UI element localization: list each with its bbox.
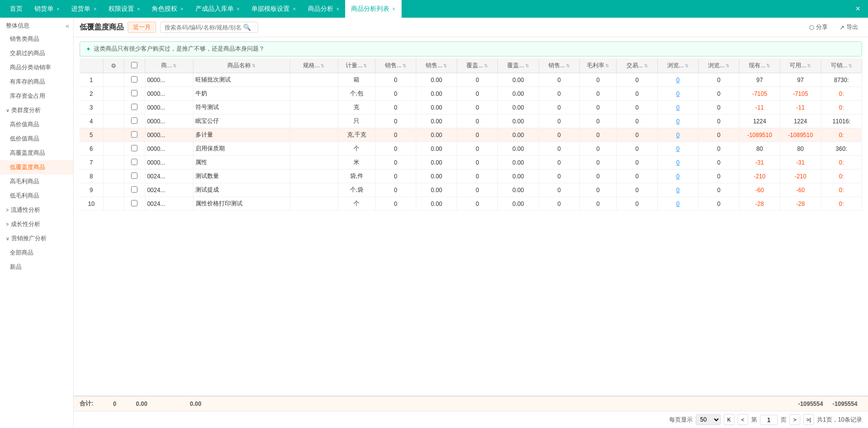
row-checkbox[interactable] xyxy=(131,172,137,179)
cell-check[interactable] xyxy=(124,142,145,156)
sidebar-item-low-coverage[interactable]: 低覆盖度商品 xyxy=(0,160,73,174)
col-header-sellable: 可销...⇅ xyxy=(821,58,862,73)
close-icon[interactable]: × xyxy=(180,6,183,12)
share-button[interactable]: ⬡ 分享 xyxy=(805,22,832,33)
cell-browse1[interactable]: 0 xyxy=(657,197,698,211)
table-row[interactable]: 9 0024... 测试提成 个,袋 0 0.00 0 0.00 0 0 0 0… xyxy=(80,183,862,197)
last-page-button[interactable]: >| xyxy=(803,414,814,425)
sidebar-item-capital[interactable]: 库存资金占用 xyxy=(0,89,73,103)
cell-browse1[interactable]: 0 xyxy=(657,170,698,183)
close-icon[interactable]: × xyxy=(336,6,339,12)
cell-check[interactable] xyxy=(124,114,145,128)
sidebar-collapse-btn[interactable]: « xyxy=(66,22,69,29)
per-page-select[interactable]: 50 20 100 xyxy=(696,414,721,425)
cell-browse1[interactable]: 0 xyxy=(657,156,698,170)
table-row[interactable]: 4 0000... 眠宝公仔 只 0 0.00 0 0.00 0 0 0 0 0… xyxy=(80,114,862,128)
cell-trade: 0 xyxy=(617,114,657,128)
table-row[interactable]: 6 0000... 启用保质期 个 0 0.00 0 0.00 0 0 0 0 … xyxy=(80,142,862,156)
cell-check[interactable] xyxy=(124,170,145,183)
cell-trade: 0 xyxy=(617,183,657,197)
cell-browse1[interactable]: 0 xyxy=(657,114,698,128)
time-filter-button[interactable]: 近一月 xyxy=(128,22,156,33)
row-checkbox[interactable] xyxy=(131,117,137,124)
col-header-cover-amt: 覆盖...⇅ xyxy=(498,58,539,73)
cell-browse1[interactable]: 0 xyxy=(657,101,698,114)
close-icon[interactable]: × xyxy=(392,6,395,12)
sidebar-section-liquidity[interactable]: >流通性分析 xyxy=(0,203,73,217)
cell-check[interactable] xyxy=(124,87,145,101)
sidebar-item-category-rate[interactable]: 商品分类动销率 xyxy=(0,60,73,75)
sidebar-section-growth[interactable]: >成长性分析 xyxy=(0,217,73,231)
cell-browse1[interactable]: 0 xyxy=(657,142,698,156)
cell-check[interactable] xyxy=(124,128,145,142)
col-header-settings[interactable]: ⚙ xyxy=(103,58,124,73)
cell-cover-qty: 0 xyxy=(457,73,498,87)
search-icon[interactable]: 🔍 xyxy=(243,24,251,31)
sidebar-item-sales-goods[interactable]: 销售类商品 xyxy=(0,32,73,46)
cell-check[interactable] xyxy=(124,101,145,114)
cell-check[interactable] xyxy=(124,156,145,170)
sidebar-item-low-value[interactable]: 低价值商品 xyxy=(0,132,73,146)
page-number-input[interactable] xyxy=(760,415,778,425)
nav-home[interactable]: 首页 xyxy=(4,0,28,18)
table-row[interactable]: 5 0000... 多计量 克,千克 0 0.00 0 0.00 0 0 0 0… xyxy=(80,128,862,142)
row-checkbox[interactable] xyxy=(131,186,137,193)
sidebar-item-high-value[interactable]: 高价值商品 xyxy=(0,117,73,132)
sidebar-item-traded-goods[interactable]: 交易过的商品 xyxy=(0,46,73,60)
nav-role-auth[interactable]: 角色授权 × xyxy=(146,0,189,18)
close-icon[interactable]: × xyxy=(293,6,296,12)
row-checkbox[interactable] xyxy=(131,159,137,165)
row-checkbox[interactable] xyxy=(131,131,137,138)
table-row[interactable]: 7 0000... 属性 米 0 0.00 0 0.00 0 0 0 0 0 -… xyxy=(80,156,862,170)
table-row[interactable]: 1 0000... 旺辅批次测试 箱 0 0.00 0 0.00 0 0 0 0… xyxy=(80,73,862,87)
table-container[interactable]: ⚙ 商...⇅ 商品名称⇅ 规格...⇅ 计量...⇅ 销售...⇅ 销售...… xyxy=(80,58,862,396)
row-checkbox[interactable] xyxy=(131,104,137,110)
row-checkbox[interactable] xyxy=(131,200,137,206)
sidebar-item-low-profit[interactable]: 低毛利商品 xyxy=(0,189,73,203)
cell-browse1[interactable]: 0 xyxy=(657,87,698,101)
sidebar-item-in-stock[interactable]: 有库存的商品 xyxy=(0,75,73,89)
cell-check[interactable] xyxy=(124,197,145,211)
window-close-button[interactable]: × xyxy=(852,4,864,13)
cell-browse1[interactable]: 0 xyxy=(657,183,698,197)
nav-purchase-order[interactable]: 进货单 × xyxy=(65,0,102,18)
cell-check[interactable] xyxy=(124,73,145,87)
sidebar-section-marketing[interactable]: ∨营销推广分析 xyxy=(0,231,73,246)
nav-product-analysis-list[interactable]: 商品分析列表 × xyxy=(345,0,401,18)
first-page-button[interactable]: K xyxy=(724,414,734,425)
cell-browse1[interactable]: 0 xyxy=(657,73,698,87)
sidebar-item-all-goods[interactable]: 全部商品 xyxy=(0,246,73,260)
next-page-button[interactable]: > xyxy=(789,414,800,425)
col-header-spec: 规格...⇅ xyxy=(290,58,338,73)
row-checkbox[interactable] xyxy=(131,145,137,151)
prev-page-button[interactable]: < xyxy=(737,414,748,425)
sidebar-item-high-profit[interactable]: 高毛利商品 xyxy=(0,174,73,189)
close-icon[interactable]: × xyxy=(56,6,59,12)
select-all-checkbox[interactable] xyxy=(131,62,137,68)
close-icon[interactable]: × xyxy=(93,6,96,12)
sidebar-section-cluster[interactable]: ∨类群度分析 xyxy=(0,103,73,117)
nav-permission-settings[interactable]: 权限设置 × xyxy=(103,0,146,18)
nav-template-settings[interactable]: 单据模板设置 × xyxy=(245,0,301,18)
table-row[interactable]: 8 0024... 测试数量 袋,件 0 0.00 0 0.00 0 0 0 0… xyxy=(80,170,862,183)
table-row[interactable]: 2 0000... 牛奶 个,包 0 0.00 0 0.00 0 0 0 0 0… xyxy=(80,87,862,101)
close-icon[interactable]: × xyxy=(137,6,140,12)
export-button[interactable]: ↗ 导出 xyxy=(836,22,862,33)
search-input[interactable] xyxy=(164,24,243,31)
content-area: 低覆盖度商品 近一月 🔍 ⬡ 分享 ↗ 导出 ✦ 这类商品只有很少客户购买过，是… xyxy=(74,18,868,428)
nav-finished-goods[interactable]: 产成品入库单 × xyxy=(190,0,245,18)
table-row[interactable]: 10 0024... 属性价格打印测试 个 0 0.00 0 0.00 0 0 … xyxy=(80,197,862,211)
table-row[interactable]: 3 0000... 符号测试 克 0 0.00 0 0.00 0 0 0 0 0… xyxy=(80,101,862,114)
row-checkbox[interactable] xyxy=(131,76,137,83)
nav-product-analysis[interactable]: 商品分析 × xyxy=(302,0,345,18)
sidebar-item-high-coverage[interactable]: 高覆盖度商品 xyxy=(0,146,73,160)
nav-sales-order[interactable]: 销货单 × xyxy=(28,0,65,18)
col-header-trade: 交易...⇅ xyxy=(617,58,657,73)
close-icon[interactable]: × xyxy=(237,6,240,12)
col-header-check[interactable] xyxy=(124,58,145,73)
cell-browse1[interactable]: 0 xyxy=(657,128,698,142)
row-checkbox[interactable] xyxy=(131,90,137,96)
sidebar-item-new-goods[interactable]: 新品 xyxy=(0,260,73,274)
cell-check[interactable] xyxy=(124,183,145,197)
cell-cover-qty: 0 xyxy=(457,183,498,197)
